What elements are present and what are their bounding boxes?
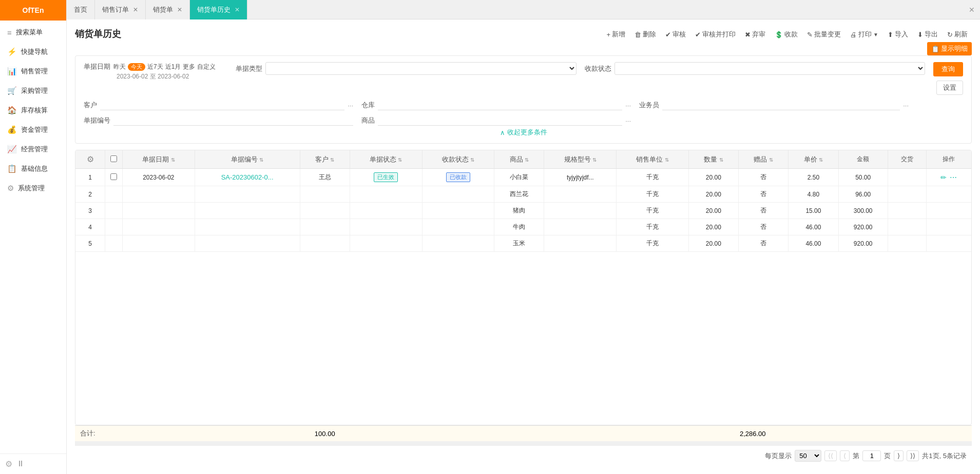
sidebar-item-sales-mgmt[interactable]: 📊 销售管理 bbox=[0, 62, 66, 81]
date-range-display: 2023-06-02 至 2023-06-02 bbox=[117, 72, 227, 81]
date-badge[interactable]: 今天 bbox=[128, 63, 145, 71]
audit-print-button[interactable]: ✔ 审核并打印 bbox=[691, 28, 740, 41]
date-custom[interactable]: 自定义 bbox=[197, 63, 216, 71]
pause-footer-icon[interactable]: ⏸ bbox=[16, 459, 25, 469]
export-button[interactable]: ⬇ 导出 bbox=[913, 28, 942, 41]
page-number-input[interactable] bbox=[862, 450, 881, 461]
settings-footer-icon[interactable]: ⚙ bbox=[5, 459, 12, 469]
cell-num: 1 bbox=[75, 169, 105, 186]
col-doc-date-label: 单据日期 bbox=[142, 155, 169, 163]
col-receipt-status-label: 收款状态 bbox=[442, 155, 469, 163]
tab-home[interactable]: 首页 bbox=[67, 0, 95, 19]
horizontal-scrollbar[interactable] bbox=[75, 441, 972, 445]
product-input[interactable] bbox=[378, 115, 622, 126]
audit-button[interactable]: ✔ 审核 bbox=[661, 28, 690, 41]
date-7days[interactable]: 近7天 bbox=[147, 63, 163, 71]
sidebar-footer: ⚙ ⏸ bbox=[0, 453, 66, 474]
import-button[interactable]: ⬆ 导入 bbox=[883, 28, 912, 41]
select-all-checkbox[interactable] bbox=[110, 155, 117, 162]
sidebar-item-label: 采购管理 bbox=[21, 86, 48, 95]
row-checkbox[interactable] bbox=[110, 173, 117, 180]
sidebar-item-quick-nav[interactable]: ⚡ 快捷导航 bbox=[0, 42, 66, 62]
warehouse-input[interactable] bbox=[378, 100, 622, 110]
sort-doc-no-icon[interactable]: ⇅ bbox=[259, 157, 263, 163]
cell-gift: 否 bbox=[739, 186, 789, 203]
print-button[interactable]: 🖨 打印 ▼ bbox=[846, 28, 882, 41]
salesperson-dots[interactable]: ··· bbox=[903, 102, 909, 109]
sort-receipt-status-icon[interactable]: ⇅ bbox=[470, 157, 474, 163]
batch-change-button[interactable]: ✎ 批量变更 bbox=[803, 28, 845, 41]
settings-button[interactable]: 设置 bbox=[936, 81, 963, 95]
refresh-button[interactable]: ↻ 刷新 bbox=[943, 28, 972, 41]
doc-no-link[interactable]: SA-20230602-0... bbox=[221, 173, 274, 181]
salesperson-input[interactable] bbox=[662, 100, 900, 110]
per-page-select[interactable]: 50 10 20 100 bbox=[795, 450, 821, 462]
prev-page-button[interactable]: ⟨ bbox=[840, 450, 850, 461]
sort-gift-icon[interactable]: ⇅ bbox=[769, 157, 773, 163]
tab-sales-delivery[interactable]: 销货单 ✕ bbox=[146, 0, 190, 19]
col-action: 操作 bbox=[926, 150, 971, 169]
cell-product: 小白菜 bbox=[494, 169, 544, 186]
cell-spec: tyjyjtyjdf... bbox=[544, 169, 617, 186]
cell-customer bbox=[300, 235, 350, 252]
table-gear-icon[interactable]: ⚙ bbox=[87, 155, 94, 164]
warehouse-dots[interactable]: ··· bbox=[625, 102, 631, 109]
sort-qty-icon[interactable]: ⇅ bbox=[719, 157, 723, 163]
doc-no-input[interactable] bbox=[113, 115, 353, 126]
tab-sales-history[interactable]: 销货单历史 ✕ bbox=[190, 0, 247, 19]
tab-sales-delivery-close[interactable]: ✕ bbox=[177, 6, 182, 13]
sidebar-item-basic-info[interactable]: 📋 基础信息 bbox=[0, 159, 66, 179]
sidebar-item-inventory[interactable]: 🏠 库存核算 bbox=[0, 101, 66, 120]
new-button[interactable]: + 新增 bbox=[603, 28, 630, 41]
tab-sales-order[interactable]: 销售订单 ✕ bbox=[95, 0, 146, 19]
sort-doc-date-icon[interactable]: ⇅ bbox=[171, 157, 175, 163]
sidebar-item-label: 经营管理 bbox=[21, 145, 48, 154]
delete-button[interactable]: 🗑 删除 bbox=[630, 28, 660, 41]
query-button[interactable]: 查询 bbox=[933, 62, 963, 76]
show-detail-button[interactable]: 📋 显示明细 bbox=[927, 42, 972, 55]
col-customer: 客户 ⇅ bbox=[300, 150, 350, 169]
cell-qty: 20.00 bbox=[688, 186, 738, 203]
discard-button[interactable]: ✖ 弃审 bbox=[741, 28, 770, 41]
collapse-button[interactable]: ∧ 收起更多条件 bbox=[84, 128, 963, 137]
cell-customer: 王总 bbox=[300, 169, 350, 186]
more-action-icon[interactable]: ⋯ bbox=[950, 173, 957, 182]
col-spec-label: 规格型号 bbox=[564, 155, 591, 163]
receive-button[interactable]: 💲 收款 bbox=[771, 28, 802, 41]
product-dots[interactable]: ··· bbox=[625, 117, 631, 125]
next-page-button[interactable]: ⟩ bbox=[894, 450, 904, 461]
sidebar-item-finance[interactable]: 💰 资金管理 bbox=[0, 120, 66, 140]
last-page-button[interactable]: ⟩⟩ bbox=[907, 450, 919, 461]
date-1month[interactable]: 近1月 bbox=[165, 63, 181, 71]
date-yesterday[interactable]: 昨天 bbox=[113, 63, 126, 71]
col-product: 商品 ⇅ bbox=[494, 150, 544, 169]
customer-dots[interactable]: ··· bbox=[348, 102, 353, 109]
cell-doc-no bbox=[195, 203, 300, 219]
first-page-button[interactable]: ⟨⟨ bbox=[824, 450, 837, 461]
edit-action-icon[interactable]: ✏ bbox=[940, 173, 947, 182]
receipt-status-select[interactable] bbox=[614, 62, 926, 75]
sort-doc-status-icon[interactable]: ⇅ bbox=[398, 157, 402, 163]
sort-customer-icon[interactable]: ⇅ bbox=[330, 157, 334, 163]
cell-product: 西兰花 bbox=[494, 186, 544, 203]
sidebar-item-purchase-mgmt[interactable]: 🛒 采购管理 bbox=[0, 81, 66, 101]
cell-price: 15.00 bbox=[789, 203, 838, 219]
sidebar-item-operation[interactable]: 📈 经营管理 bbox=[0, 140, 66, 159]
tab-sales-history-close[interactable]: ✕ bbox=[235, 6, 240, 13]
sort-product-icon[interactable]: ⇅ bbox=[525, 157, 529, 163]
sidebar-menu: ≡ 搜索菜单 ⚡ 快捷导航 📊 销售管理 🛒 采购管理 🏠 库存核算 💰 资金管… bbox=[0, 21, 66, 453]
tab-sales-order-close[interactable]: ✕ bbox=[133, 6, 138, 13]
sort-price-icon[interactable]: ⇅ bbox=[819, 157, 823, 163]
doc-type-select[interactable] bbox=[265, 62, 577, 75]
sidebar-item-sys-mgmt[interactable]: ⚙ 系统管理 bbox=[0, 179, 66, 198]
doc-status-badge: 已生效 bbox=[374, 172, 398, 182]
sidebar-item-search-menu[interactable]: ≡ 搜索菜单 bbox=[0, 23, 66, 42]
sort-unit-icon[interactable]: ⇅ bbox=[665, 157, 669, 163]
receive-label: 收款 bbox=[784, 30, 798, 39]
date-more[interactable]: 更多 bbox=[183, 63, 195, 71]
close-all-tabs-icon[interactable]: ✕ bbox=[969, 6, 975, 14]
customer-input[interactable] bbox=[100, 100, 344, 110]
sort-spec-icon[interactable]: ⇅ bbox=[592, 157, 597, 163]
print-icon: 🖨 bbox=[850, 31, 857, 38]
basic-info-icon: 📋 bbox=[7, 164, 17, 173]
